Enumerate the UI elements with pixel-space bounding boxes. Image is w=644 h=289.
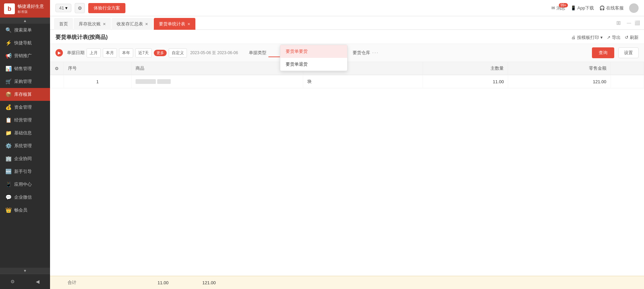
refresh-button[interactable]: ↺ 刷新 bbox=[625, 35, 639, 41]
sidebar-item-label: 系统管理 bbox=[14, 143, 32, 149]
sidebar-item-label: 资金管理 bbox=[14, 104, 32, 110]
message-icon: ✉ bbox=[551, 5, 555, 10]
dropdown-item-order-goods[interactable]: 要货单要货 bbox=[280, 45, 347, 58]
footer-label: 合计 bbox=[54, 280, 76, 286]
store-selector[interactable]: 41 ▾ bbox=[55, 4, 71, 12]
footer-amount: 121.00 bbox=[202, 280, 216, 285]
sidebar-nav: 🔍 搜索菜单 ⚡ 快捷导航 📢 营销推广 📊 销售管理 🛒 采购管理 📦 库存核… bbox=[0, 24, 50, 268]
print-dropdown-icon[interactable]: ▾ bbox=[600, 35, 603, 40]
main-area: 41 ▾ ⚙ 体验行业方案 ✉ 消息 99+ 📱 App下载 🎧 在线客服 bbox=[50, 0, 644, 289]
sidebar-title: 畅捷通好生意 标准版 bbox=[18, 4, 44, 14]
sidebar-item-label: 采购管理 bbox=[14, 79, 32, 85]
table-body: 1 块 11.00 121.00 bbox=[50, 75, 644, 88]
wechat-icon: 💬 bbox=[5, 194, 11, 200]
window-minimize-button[interactable]: — bbox=[627, 20, 631, 25]
chevron-down-icon: ▾ bbox=[65, 5, 68, 10]
tab-close-icon[interactable]: ✕ bbox=[145, 22, 148, 26]
tab-label: 要货单统计表 bbox=[159, 21, 185, 27]
tab-dispatch-summary[interactable]: 收发存汇总表 ✕ bbox=[112, 18, 153, 30]
sidebar-scroll-up[interactable]: ▲ bbox=[0, 18, 50, 24]
product-cell bbox=[136, 79, 299, 84]
col-amount: 零售金额 bbox=[508, 62, 611, 75]
gear-button[interactable]: ⚙ bbox=[75, 3, 85, 13]
trial-industry-button[interactable]: 体验行业方案 bbox=[88, 3, 125, 13]
warehouse-more-icon[interactable]: ··· bbox=[372, 50, 379, 56]
window-maximize-button[interactable]: ⬜ bbox=[635, 20, 640, 25]
type-filter-label: 单据类型 bbox=[249, 50, 266, 56]
basic-icon: 📁 bbox=[5, 130, 11, 136]
app-center-icon: 📱 bbox=[5, 181, 11, 187]
app-download-button[interactable]: 📱 App下载 bbox=[571, 5, 594, 11]
tab-close-icon[interactable]: ✕ bbox=[187, 22, 190, 26]
warehouse-filter-label: 要货仓库 bbox=[353, 50, 370, 56]
online-service-button[interactable]: 🎧 在线客服 bbox=[599, 5, 624, 11]
footer-qty: 11.00 bbox=[158, 280, 169, 285]
this-month-btn[interactable]: 本月 bbox=[103, 48, 117, 58]
guide-icon: 🆕 bbox=[5, 169, 11, 175]
table-footer: 合计 11.00 121.00 bbox=[50, 276, 644, 289]
store-number: 41 bbox=[59, 5, 64, 10]
sidebar-bottom: ⚙ ◀ bbox=[0, 274, 50, 289]
sidebar-item-label: 企业协同 bbox=[14, 156, 32, 162]
marketing-icon: 📢 bbox=[5, 53, 11, 59]
tab-batch-account[interactable]: 库存批次账 ✕ bbox=[74, 18, 111, 30]
export-label: 导出 bbox=[612, 35, 621, 41]
sidebar-settings-btn[interactable]: ⚙ bbox=[8, 277, 17, 286]
sidebar-item-operations[interactable]: 📋 经营管理 bbox=[0, 114, 50, 127]
sidebar: b 畅捷通好生意 标准版 ▲ 🔍 搜索菜单 ⚡ 快捷导航 📢 营销推广 📊 销售… bbox=[0, 0, 50, 289]
sidebar-item-system[interactable]: ⚙️ 系统管理 bbox=[0, 139, 50, 152]
search-icon: 🔍 bbox=[5, 27, 11, 33]
date-range-text: 2023-05-06 至 2023-06-06 bbox=[190, 50, 238, 56]
messages-button[interactable]: ✉ 消息 99+ bbox=[551, 5, 565, 11]
top-bar-left: 41 ▾ ⚙ 体验行业方案 bbox=[55, 3, 547, 13]
user-avatar[interactable] bbox=[629, 3, 639, 13]
sidebar-item-inventory[interactable]: 📦 库存核算 bbox=[0, 88, 50, 101]
sidebar-item-quick-nav[interactable]: ⚡ 快捷导航 bbox=[0, 37, 50, 49]
sidebar-item-basic[interactable]: 📁 基础信息 bbox=[0, 127, 50, 139]
query-button[interactable]: 查询 bbox=[592, 47, 614, 58]
sidebar-item-app-center[interactable]: 📱 应用中心 bbox=[0, 178, 50, 191]
col-qty: 主数量 bbox=[423, 62, 508, 75]
tab-label: 收发存汇总表 bbox=[117, 21, 143, 27]
col-settings[interactable]: ⚙ bbox=[50, 62, 64, 75]
sidebar-item-label: 营销推广 bbox=[14, 53, 32, 59]
export-button[interactable]: ↗ 导出 bbox=[607, 35, 621, 41]
sidebar-item-label: 基础信息 bbox=[14, 130, 32, 136]
sidebar-item-search[interactable]: 🔍 搜索菜单 bbox=[0, 24, 50, 37]
custom-date-btn[interactable]: 自定义 bbox=[169, 48, 187, 58]
enterprise-icon: 🏢 bbox=[5, 156, 11, 162]
last-month-btn[interactable]: 上月 bbox=[87, 48, 101, 58]
tab-expand-button[interactable]: ⊞ bbox=[614, 20, 623, 26]
last-7-days-btn[interactable]: 近7天 bbox=[135, 48, 152, 58]
date-more-btn[interactable]: 更多 bbox=[154, 50, 167, 56]
col-product: 商品 bbox=[132, 62, 303, 75]
tab-label: 库存批次账 bbox=[79, 21, 101, 27]
filter-expand-toggle[interactable]: ▶ bbox=[55, 49, 63, 57]
sidebar-item-label: 快捷导航 bbox=[14, 40, 32, 46]
this-year-btn[interactable]: 本年 bbox=[119, 48, 133, 58]
sidebar-item-purchase[interactable]: 🛒 采购管理 bbox=[0, 75, 50, 88]
sidebar-item-enterprise[interactable]: 🏢 企业协同 bbox=[0, 152, 50, 165]
print-icon: 🖨 bbox=[571, 35, 576, 40]
sidebar-item-marketing[interactable]: 📢 营销推广 bbox=[0, 49, 50, 62]
sidebar-item-label: 畅会员 bbox=[14, 207, 27, 213]
col-seq: 序号 bbox=[64, 62, 132, 75]
sidebar-item-sales[interactable]: 📊 销售管理 bbox=[0, 62, 50, 75]
sidebar-collapse-btn[interactable]: ◀ bbox=[34, 277, 42, 286]
sidebar-item-finance[interactable]: 💰 资金管理 bbox=[0, 101, 50, 114]
sidebar-item-guide[interactable]: 🆕 新手引导 bbox=[0, 165, 50, 178]
operations-icon: 📋 bbox=[5, 117, 11, 123]
sidebar-item-member[interactable]: 👑 畅会员 bbox=[0, 204, 50, 217]
sidebar-item-wechat[interactable]: 💬 企业微信 bbox=[0, 191, 50, 204]
sidebar-header: b 畅捷通好生意 标准版 bbox=[0, 0, 50, 18]
sales-icon: 📊 bbox=[5, 66, 11, 72]
cell-qty: 11.00 bbox=[423, 75, 508, 88]
sidebar-scroll-down[interactable]: ▼ bbox=[0, 268, 50, 274]
filter-settings-button[interactable]: 设置 bbox=[618, 47, 639, 58]
sidebar-item-label: 新手引导 bbox=[14, 169, 32, 175]
tab-home[interactable]: 首页 bbox=[54, 18, 73, 30]
print-template-button[interactable]: 🖨 按模板打印 ▾ bbox=[571, 35, 603, 41]
dropdown-item-order-return[interactable]: 要货单退货 bbox=[280, 58, 347, 71]
tab-close-icon[interactable]: ✕ bbox=[103, 22, 106, 26]
tab-order-stats[interactable]: 要货单统计表 ✕ bbox=[154, 18, 195, 30]
